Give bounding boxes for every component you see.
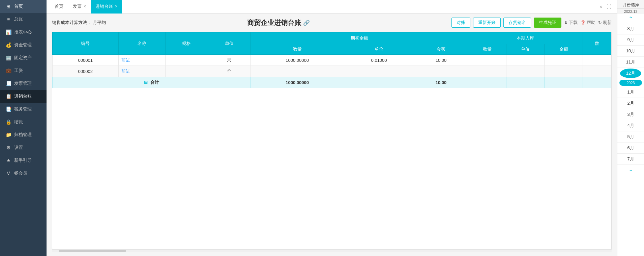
table-row: 000001 前缸 只 1000.00000 0.01000 10.00 [53, 55, 611, 66]
cell-in-qty [468, 55, 506, 66]
sidebar-item-ledger[interactable]: ≡ 总账 [0, 13, 47, 26]
refresh-button[interactable]: ↻ 刷新 [598, 20, 612, 26]
minimize-button[interactable]: × [597, 3, 604, 10]
cell-opening-price [344, 66, 414, 77]
sidebar-item-label: 归档管理 [14, 132, 32, 138]
archive-icon: 📁 [5, 132, 11, 137]
tab-invoice[interactable]: 发票 × [68, 0, 91, 14]
cell-extra [583, 55, 611, 66]
month-item-2023-5[interactable]: 5月 [617, 131, 644, 143]
page-title-area: 商贸企业进销台账 🔗 [106, 18, 451, 27]
sidebar-item-label: 结账 [14, 119, 23, 125]
sidebar-item-purchase-sale[interactable]: 📋 进销台账 [0, 90, 47, 103]
total-in-amount [545, 77, 583, 88]
horizontal-scrollbar[interactable] [52, 249, 612, 252]
total-icon: ⊞ [144, 80, 148, 85]
top-bar: 销售成本计算方法： 月平均 商贸企业进销台账 🔗 对账 重新开账 存货别名 生成… [52, 18, 612, 28]
cell-id: 000002 [53, 66, 119, 77]
col-opening-qty: 数量 [251, 44, 344, 55]
total-in-price [506, 77, 545, 88]
col-group-opening: 期初余额 [251, 32, 468, 44]
total-in-qty [468, 77, 506, 88]
reports-icon: 📊 [5, 29, 11, 35]
sidebar-item-archive[interactable]: 📁 归档管理 [0, 128, 47, 141]
cell-name: 前缸 [118, 66, 165, 77]
sidebar-item-reports[interactable]: 📊 报表中心 [0, 26, 47, 39]
month-scroll-up[interactable]: ⌃ [617, 14, 644, 23]
cell-id: 000001 [53, 55, 119, 66]
col-group-current-in: 本期入库 [468, 32, 583, 44]
cell-spec [165, 66, 208, 77]
row-name-link[interactable]: 前缸 [121, 69, 130, 74]
sales-method-value: 月平均 [93, 20, 106, 25]
cell-in-qty [468, 66, 506, 77]
total-row: ⊞ 合计 1000.00000 10.00 [53, 77, 611, 88]
cell-in-amount [545, 66, 583, 77]
sidebar-item-home[interactable]: ⊞ 首页 [0, 0, 47, 13]
month-item-10[interactable]: 10月 [617, 46, 644, 57]
month-panel-year-2022: 2022.12 [617, 9, 644, 14]
month-item-8[interactable]: 8月 [617, 23, 644, 34]
sidebar-item-member[interactable]: V 畅会员 [0, 167, 47, 180]
guide-icon: ★ [5, 158, 11, 163]
cell-in-price [506, 66, 545, 77]
settings-icon: ⚙ [5, 145, 11, 150]
col-in-price: 单价 [506, 44, 545, 55]
col-name: 名称 [118, 32, 165, 55]
month-item-2023-2[interactable]: 2月 [617, 98, 644, 109]
col-opening-price: 单价 [344, 44, 414, 55]
month-item-2023-4[interactable]: 4月 [617, 120, 644, 131]
sidebar-item-tax[interactable]: 📑 税务管理 [0, 103, 47, 116]
maximize-button[interactable]: ⛶ [606, 3, 612, 10]
tab-purchase-sale[interactable]: 进销台账 × [91, 0, 122, 14]
month-item-2023-6[interactable]: 6月 [617, 143, 644, 154]
table-row: 000002 前缸 个 [53, 66, 611, 77]
page-content: 销售成本计算方法： 月平均 商贸企业进销台账 🔗 对账 重新开账 存货别名 生成… [47, 14, 617, 256]
title-link-icon[interactable]: 🔗 [303, 20, 310, 26]
sidebar-item-invoice-mgmt[interactable]: 🧾 发票管理 [0, 77, 47, 90]
month-panel-title: 月份选择 [617, 0, 644, 9]
sidebar-item-settings[interactable]: ⚙ 设置 [0, 141, 47, 154]
ledger-icon: ≡ [5, 17, 11, 22]
match-button[interactable]: 对账 [451, 18, 470, 28]
generate-voucher-button[interactable]: 生成凭证 [534, 18, 561, 28]
month-item-2023-1[interactable]: 1月 [617, 87, 644, 98]
tab-invoice-close[interactable]: × [84, 4, 86, 9]
sidebar-item-assets[interactable]: 🏢 固定资产 [0, 51, 47, 64]
cell-unit: 个 [208, 66, 251, 77]
month-item-11[interactable]: 11月 [617, 57, 644, 68]
scrollbar-thumb[interactable] [59, 250, 126, 252]
month-item-2023-7[interactable]: 7月 [617, 154, 644, 165]
month-item-2023-3[interactable]: 3月 [617, 109, 644, 120]
row-name-link[interactable]: 前缸 [121, 57, 130, 62]
page-title: 商贸企业进销台账 [247, 18, 301, 27]
sidebar-item-guide[interactable]: ★ 新手引导 [0, 154, 47, 167]
sidebar-item-label: 发票管理 [14, 80, 32, 86]
sidebar-item-label: 总账 [14, 16, 23, 22]
action-buttons: 对账 重新开账 存货别名 生成凭证 ⬇ 下载 ❓ 帮助 ↻ 刷新 [451, 18, 612, 28]
funds-icon: 💰 [5, 42, 11, 48]
reopen-button[interactable]: 重新开账 [473, 18, 501, 28]
purchase-sale-icon: 📋 [5, 94, 11, 99]
sidebar: ⊞ 首页 ≡ 总账 📊 报表中心 💰 资金管理 🏢 固定资产 💼 工资 🧾 发票… [0, 0, 47, 256]
sidebar-item-payroll[interactable]: 💼 工资 [0, 64, 47, 77]
month-item-9[interactable]: 9月 [617, 34, 644, 46]
cell-name: 前缸 [118, 55, 165, 66]
close-account-icon: 🔒 [5, 119, 11, 125]
total-opening-qty: 1000.00000 [251, 77, 344, 88]
help-button[interactable]: ❓ 帮助 [580, 20, 595, 26]
sales-method-label: 销售成本计算方法： [52, 20, 91, 25]
month-item-12[interactable]: 12月 [620, 69, 641, 78]
refresh-label: 刷新 [603, 20, 612, 26]
month-scroll-down[interactable]: ⌄ [617, 165, 644, 174]
tab-purchase-sale-close[interactable]: × [115, 4, 117, 9]
sidebar-item-close[interactable]: 🔒 结账 [0, 116, 47, 128]
assets-icon: 🏢 [5, 55, 11, 60]
total-extra [583, 77, 611, 88]
sidebar-item-label: 工资 [14, 68, 23, 74]
download-button[interactable]: ⬇ 下载 [564, 20, 578, 26]
col-in-amount: 金额 [545, 44, 583, 55]
tab-home[interactable]: 首页 [50, 0, 68, 14]
sidebar-item-funds[interactable]: 💰 资金管理 [0, 39, 47, 51]
save-alias-button[interactable]: 存货别名 [503, 18, 531, 28]
